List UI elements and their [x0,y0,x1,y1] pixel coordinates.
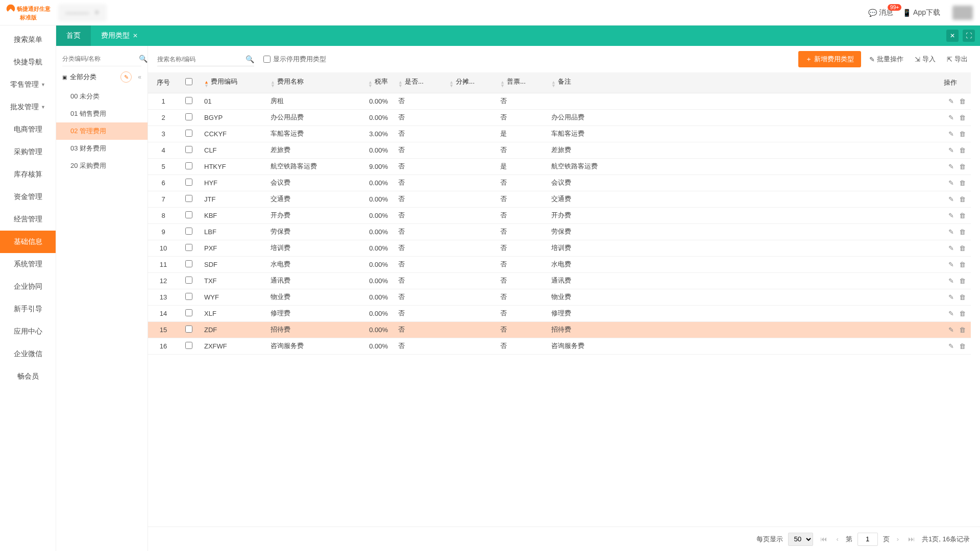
collapse-sidebar-button[interactable]: « [135,73,141,81]
nav-item-1[interactable]: 快捷导航 [0,51,56,73]
row-checkbox[interactable] [185,130,192,137]
row-checkbox[interactable] [185,146,192,153]
col-tax[interactable]: ▲▼税率 [347,72,393,93]
category-item-2[interactable]: 02 管理费用 [56,122,148,140]
row-checkbox[interactable] [185,325,192,333]
import-button[interactable]: ⇲导入 [912,55,939,64]
nav-item-8[interactable]: 经营管理 [0,208,56,231]
per-page-select[interactable]: 50 [788,533,813,546]
delete-row-button[interactable]: 🗑 [959,195,966,203]
row-checkbox[interactable] [185,162,192,169]
tab-close-button[interactable]: ✕ [946,30,959,42]
delete-row-button[interactable]: 🗑 [959,130,966,138]
edit-row-button[interactable]: ✎ [948,228,954,236]
row-checkbox[interactable] [185,113,192,120]
col-name[interactable]: ▲▼费用名称 [265,72,347,93]
edit-row-button[interactable]: ✎ [948,163,954,170]
edit-row-button[interactable]: ✎ [948,130,954,138]
delete-row-button[interactable]: 🗑 [959,310,966,317]
col-checkbox-all[interactable] [179,72,199,93]
edit-row-button[interactable]: ✎ [948,212,954,219]
delete-row-button[interactable]: 🗑 [959,97,966,105]
category-item-1[interactable]: 01 销售费用 [56,105,148,122]
row-checkbox[interactable] [185,211,192,218]
col-alloc[interactable]: ▲▼分摊... [444,72,495,93]
nav-item-14[interactable]: 企业微信 [0,343,56,365]
edit-row-button[interactable]: ✎ [948,293,954,301]
all-categories-label[interactable]: 全部分类 [70,72,96,82]
row-checkbox[interactable] [185,342,192,349]
nav-item-2[interactable]: 零售管理▼ [0,73,56,96]
show-disabled-checkbox[interactable]: 显示停用费用类型 [263,55,326,64]
col-is[interactable]: ▲▼是否... [393,72,444,93]
pager-prev[interactable]: ‹ [834,535,840,543]
nav-item-15[interactable]: 畅会员 [0,365,56,388]
row-checkbox[interactable] [185,179,192,186]
add-expense-type-button[interactable]: ＋ 新增费用类型 [798,51,861,67]
edit-row-button[interactable]: ✎ [948,261,954,268]
nav-item-6[interactable]: 库存核算 [0,163,56,186]
table-row[interactable]: 7JTF交通费0.00%否否交通费✎🗑 [148,191,971,207]
row-checkbox[interactable] [185,228,192,235]
nav-item-10[interactable]: 系统管理 [0,253,56,276]
pager-next[interactable]: › [895,535,901,543]
table-row[interactable]: 4CLF差旅费0.00%否否差旅费✎🗑 [148,142,971,158]
pager-first[interactable]: ⏮ [818,535,829,543]
nav-item-7[interactable]: 资金管理 [0,186,56,208]
tree-toggle-icon[interactable]: ▣ [62,74,67,80]
pager-page-input[interactable] [857,533,878,546]
edit-row-button[interactable]: ✎ [948,146,954,154]
tab-1[interactable]: 费用类型✕ [91,26,148,46]
table-row[interactable]: 16ZXFWF咨询服务费0.00%否否咨询服务费✎🗑 [148,338,971,354]
batch-ops-button[interactable]: ✎批量操作 [866,55,906,64]
edit-row-button[interactable]: ✎ [948,179,954,187]
table-row[interactable]: 15ZDF招待费0.00%否否招待费✎🗑 [148,321,971,338]
tab-0[interactable]: 首页 [56,26,91,46]
table-row[interactable]: 3CCKYF车船客运费3.00%否是车船客运费✎🗑 [148,126,971,142]
delete-row-button[interactable]: 🗑 [959,342,966,350]
row-checkbox[interactable] [185,293,192,300]
row-checkbox[interactable] [185,195,192,202]
pager-last[interactable]: ⏭ [906,535,917,543]
nav-item-13[interactable]: 应用中心 [0,320,56,343]
delete-row-button[interactable]: 🗑 [959,179,966,187]
table-row[interactable]: 13WYF物业费0.00%否否物业费✎🗑 [148,289,971,305]
nav-item-5[interactable]: 采购管理 [0,141,56,163]
user-avatar[interactable] [952,6,973,20]
col-voucher[interactable]: ▲▼普票... [495,72,546,93]
category-item-0[interactable]: 00 未分类 [56,88,148,105]
row-checkbox[interactable] [185,309,192,316]
delete-row-button[interactable]: 🗑 [959,146,966,154]
nav-item-4[interactable]: 电商管理 [0,118,56,141]
table-search-input[interactable] [157,56,246,63]
edit-row-button[interactable]: ✎ [948,342,954,350]
search-icon[interactable]: 🔍 [246,55,254,63]
table-row[interactable]: 14XLF修理费0.00%否否修理费✎🗑 [148,305,971,321]
edit-row-button[interactable]: ✎ [948,310,954,317]
row-checkbox[interactable] [185,277,192,284]
col-code[interactable]: ▲▼费用编码 [199,72,265,93]
row-checkbox[interactable] [185,97,192,104]
nav-item-3[interactable]: 批发管理▼ [0,96,56,118]
delete-row-button[interactable]: 🗑 [959,293,966,301]
fullscreen-button[interactable]: ⛶ [963,30,975,42]
col-index[interactable]: 序号 [148,72,179,93]
edit-row-button[interactable]: ✎ [948,97,954,105]
delete-row-button[interactable]: 🗑 [959,326,966,334]
table-row[interactable]: 101房租0.00%否否✎🗑 [148,93,971,109]
category-search-input[interactable] [62,55,139,62]
table-row[interactable]: 10PXF培训费0.00%否否培训费✎🗑 [148,240,971,256]
delete-row-button[interactable]: 🗑 [959,228,966,236]
edit-row-button[interactable]: ✎ [948,326,954,334]
nav-item-0[interactable]: 搜索菜单 [0,29,56,51]
search-icon[interactable]: 🔍 [139,55,148,63]
edit-row-button[interactable]: ✎ [948,244,954,252]
row-checkbox[interactable] [185,260,192,267]
export-button[interactable]: ⇱导出 [944,55,971,64]
nav-item-9[interactable]: 基础信息 [0,231,56,253]
delete-row-button[interactable]: 🗑 [959,261,966,268]
row-checkbox[interactable] [185,244,192,251]
edit-row-button[interactable]: ✎ [948,195,954,203]
edit-row-button[interactable]: ✎ [948,277,954,285]
table-row[interactable]: 5HTKYF航空铁路客运费9.00%否是航空铁路客运费✎🗑 [148,158,971,174]
